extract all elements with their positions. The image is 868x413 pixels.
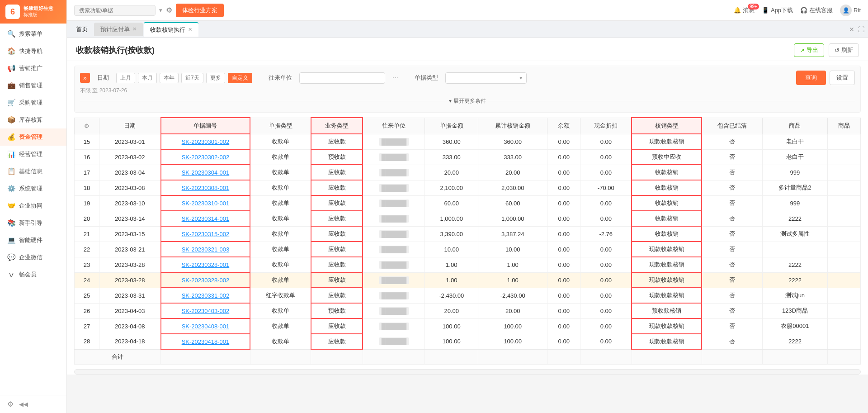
export-icon: ↗	[800, 47, 805, 54]
counterparty-input[interactable]	[299, 72, 385, 84]
tab-close-all-icon[interactable]: ✕	[849, 26, 854, 33]
col-gear[interactable]: ⚙	[75, 118, 99, 134]
sidebar-item-quick-nav[interactable]: 🏠快捷导航	[0, 43, 66, 60]
col-doc-no[interactable]: 单据编号	[161, 118, 250, 134]
row-doc-no-link[interactable]: SK-20230315-002	[182, 231, 230, 237]
query-button[interactable]: 查询	[796, 71, 826, 85]
col-amount[interactable]: 单据金额	[425, 118, 478, 134]
date-btn-this-year[interactable]: 本年	[160, 73, 179, 83]
mobile-icon: 📱	[762, 7, 769, 14]
tab-pending[interactable]: 预计应付单 ✕	[94, 23, 143, 36]
tab-expand-icon[interactable]: ⛶	[858, 26, 864, 33]
row-doc-no[interactable]: SK-20230301-002	[161, 134, 250, 149]
row-doc-no-link[interactable]: SK-20230321-003	[182, 246, 230, 253]
sidebar-item-purchase[interactable]: 🛒采购管理	[0, 94, 66, 111]
expand-filter-btn[interactable]: ▾ 展开更多条件	[80, 97, 855, 105]
row-doc-no[interactable]: SK-20230310-001	[161, 195, 250, 211]
sidebar-item-hardware[interactable]: 💻智能硬件	[0, 232, 66, 249]
sidebar-item-basics[interactable]: 📋基础信息	[0, 163, 66, 180]
col-date[interactable]: 日期	[99, 118, 160, 134]
row-doc-no-link[interactable]: SK-20230418-001	[182, 338, 230, 345]
row-doc-no[interactable]: SK-20230331-002	[161, 288, 250, 303]
col-cumulative[interactable]: 累计核销金额	[478, 118, 547, 134]
row-doc-no-link[interactable]: SK-20230408-001	[182, 323, 230, 330]
sidebar-item-operations[interactable]: 📊经营管理	[0, 146, 66, 163]
col-write-off-type[interactable]: 核销类型	[632, 118, 702, 134]
row-biz-type: 应收款	[311, 318, 363, 334]
online-service-btn[interactable]: 🎧 在线客服	[800, 6, 833, 14]
row-doc-no[interactable]: SK-20230321-003	[161, 242, 250, 257]
sidebar-item-vip[interactable]: V畅会员	[0, 266, 66, 283]
row-doc-no-link[interactable]: SK-20230314-001	[182, 215, 230, 222]
row-doc-no-link[interactable]: SK-20230301-002	[182, 138, 230, 145]
row-doc-no[interactable]: SK-20230328-002	[161, 272, 250, 288]
sidebar-item-system[interactable]: ⚙️系统管理	[0, 180, 66, 197]
row-doc-no-link[interactable]: SK-20230308-001	[182, 185, 230, 191]
pending-tab-close[interactable]: ✕	[132, 26, 137, 32]
col-counterparty[interactable]: 往来单位	[363, 118, 425, 134]
col-biz-type[interactable]: 业务类型	[311, 118, 363, 134]
export-button[interactable]: ↗ 导出	[794, 43, 824, 57]
row-doc-no-link[interactable]: SK-20230304-001	[182, 169, 230, 176]
row-doc-no[interactable]: SK-20230403-002	[161, 303, 250, 318]
col-product1[interactable]: 商品	[762, 118, 827, 134]
sidebar-item-enterprise[interactable]: 🤝企业协同	[0, 197, 66, 214]
receipt-tab-close[interactable]: ✕	[188, 27, 192, 33]
date-btn-more[interactable]: 更多	[206, 73, 225, 83]
solution-button[interactable]: 体验行业方案	[176, 4, 224, 17]
col-balance[interactable]: 余额	[547, 118, 580, 134]
sidebar-item-inventory[interactable]: 📦库存核算	[0, 111, 66, 128]
row-doc-no[interactable]: SK-20230315-002	[161, 226, 250, 242]
row-doc-no-link[interactable]: SK-20230328-002	[182, 277, 230, 284]
gear-icon[interactable]: ⚙	[166, 6, 172, 14]
row-doc-no-link[interactable]: SK-20230302-002	[182, 154, 230, 161]
row-doc-no[interactable]: SK-20230328-001	[161, 257, 250, 272]
sidebar-item-finance[interactable]: 💰资金管理	[0, 128, 66, 146]
date-btn-last-month[interactable]: 上月	[116, 73, 135, 83]
row-write-off-type: 收款核销	[632, 180, 702, 195]
row-doc-no[interactable]: SK-20230418-001	[161, 334, 250, 349]
sidebar-item-wechat[interactable]: 💬企业微信	[0, 249, 66, 266]
message-btn[interactable]: 🔔 消息 99+	[734, 6, 755, 14]
row-product: 老白干	[762, 134, 827, 149]
col-doc-type[interactable]: 单据类型	[250, 118, 311, 134]
dropdown-arrow-icon[interactable]: ▾	[159, 7, 162, 14]
tab-home[interactable]: 首页	[71, 23, 93, 36]
row-doc-no[interactable]: SK-20230302-002	[161, 149, 250, 165]
row-doc-no-link[interactable]: SK-20230328-001	[182, 261, 230, 268]
row-amount: 100.00	[425, 318, 478, 334]
receipt-type-select[interactable]	[445, 72, 527, 84]
row-num: 26	[75, 303, 99, 318]
search-input[interactable]	[74, 5, 156, 16]
col-product2[interactable]: 商品	[828, 118, 861, 134]
filter-toggle-btn[interactable]: »	[80, 73, 90, 83]
settings-icon[interactable]: ⚙	[7, 400, 14, 408]
col-include-settled[interactable]: 包含已结清	[702, 118, 762, 134]
collapse-icon[interactable]: ◀◀	[19, 401, 28, 408]
user-menu[interactable]: 👤 Rit	[840, 5, 861, 16]
row-doc-no[interactable]: SK-20230304-001	[161, 165, 250, 180]
row-doc-no-link[interactable]: SK-20230310-001	[182, 200, 230, 207]
tab-receipt-write-off[interactable]: 收款核销执行 ✕	[144, 22, 198, 37]
sidebar-item-search[interactable]: 🔍搜索菜单	[0, 25, 66, 43]
col-cash-discount[interactable]: 现金折扣	[580, 118, 632, 134]
date-btn-custom[interactable]: 自定义	[228, 73, 252, 83]
sidebar-item-sales[interactable]: 💼销售管理	[0, 77, 66, 94]
app-download-btn[interactable]: 📱 App下载	[762, 6, 793, 14]
row-doc-no-link[interactable]: SK-20230331-002	[182, 292, 230, 299]
sidebar-item-guide[interactable]: 📚新手引导	[0, 214, 66, 232]
sidebar-item-marketing[interactable]: 📢营销推广	[0, 60, 66, 77]
row-doc-no-link[interactable]: SK-20230403-002	[182, 308, 230, 314]
refresh-button[interactable]: ↺ 刷新	[829, 43, 859, 57]
row-doc-no[interactable]: SK-20230308-001	[161, 180, 250, 195]
date-btn-7days[interactable]: 近7天	[181, 73, 203, 83]
date-btn-this-month[interactable]: 本月	[138, 73, 157, 83]
filter-dots[interactable]: ···	[392, 74, 398, 82]
table-scrollbar[interactable]	[74, 369, 861, 375]
row-product	[762, 242, 827, 257]
row-doc-no[interactable]: SK-20230408-001	[161, 318, 250, 334]
filter-settings-button[interactable]: 设置	[830, 71, 855, 85]
row-include-settled: 否	[702, 134, 762, 149]
row-date: 2023-03-10	[99, 195, 160, 211]
row-doc-no[interactable]: SK-20230314-001	[161, 211, 250, 226]
